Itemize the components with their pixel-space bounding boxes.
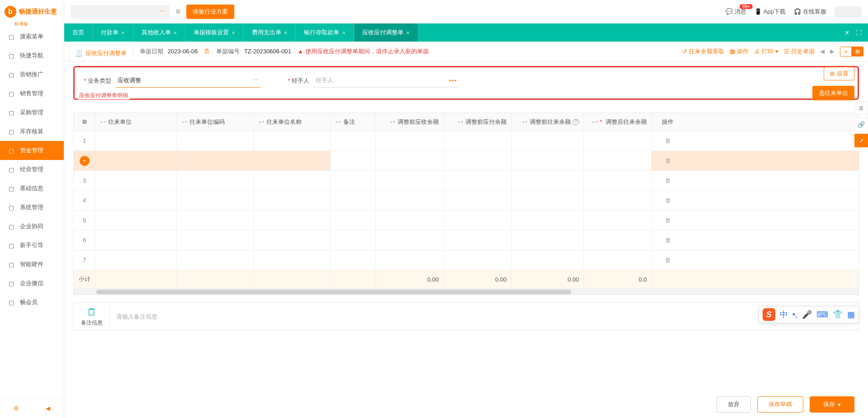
expand-float-button[interactable]: ⤢ (854, 134, 868, 147)
discard-button[interactable]: 放弃 (716, 396, 751, 413)
calendar-icon[interactable]: 🗓 (204, 48, 210, 55)
save-button[interactable]: 保存 ▾ (810, 396, 854, 413)
cart-icon: ▢ (7, 108, 15, 117)
ime-widget[interactable]: S 中 •, 🎤 ⌨ 👕 ▦ (759, 306, 859, 323)
view-list-button[interactable]: ≡ (840, 47, 852, 56)
grid-icon: ▦ (730, 48, 735, 55)
tab-5[interactable]: 银行存取款单× (296, 23, 354, 42)
remark-input[interactable]: 请输入备注信息 (110, 313, 859, 321)
table-row[interactable]: 5🗑 (74, 211, 859, 230)
prev-icon[interactable]: ◀ (820, 48, 825, 55)
operate-button[interactable]: ▦ 操作 (730, 47, 749, 56)
tab-1[interactable]: 付款单× (93, 23, 133, 42)
close-icon[interactable]: × (232, 29, 235, 36)
help-icon[interactable]: ? (573, 119, 579, 125)
sidebar-item-8[interactable]: ▢基础信息 (0, 179, 64, 198)
table-row[interactable]: +🗑 (74, 151, 859, 171)
next-icon[interactable]: ▶ (830, 48, 835, 55)
table-row[interactable]: 1🗑 (74, 131, 859, 151)
history-button[interactable]: ☰ 历史单据 (784, 47, 815, 56)
sidebar-item-11[interactable]: ▢新手引导 (0, 236, 64, 255)
close-icon[interactable]: × (342, 29, 346, 36)
delete-row-icon[interactable]: 🗑 (665, 197, 671, 204)
more-icon: ••• (449, 77, 457, 84)
tab-6[interactable]: 应收应付调整单× (354, 23, 418, 42)
horizontal-scrollbar[interactable] (74, 288, 859, 295)
ime-keyboard-icon[interactable]: ⌨ (816, 310, 828, 319)
add-row-button[interactable]: + (80, 156, 90, 166)
ime-mic-icon[interactable]: 🎤 (802, 310, 812, 319)
tab-2[interactable]: 其他收入单× (133, 23, 186, 42)
wallet-icon: ▢ (7, 146, 15, 155)
guide-icon: ▢ (7, 241, 15, 249)
settings-button[interactable]: ⚙ 设置 (824, 67, 854, 80)
expand-icon[interactable]: ⛶ (856, 29, 862, 36)
sidebar-item-6[interactable]: ▢资金管理 (0, 141, 64, 160)
sidebar-item-12[interactable]: ▢智能硬件 (0, 255, 64, 274)
sidebar-item-10[interactable]: ▢企业协同 (0, 217, 64, 236)
delete-row-icon[interactable]: 🗑 (665, 157, 671, 164)
biz-type-select[interactable]: 应收调整 ﹀ (116, 74, 261, 88)
settings-icon[interactable]: ⚙ (14, 405, 19, 412)
print-button[interactable]: 🖨 打印 ▾ (754, 47, 778, 56)
ime-skin-icon[interactable]: 👕 (833, 310, 843, 319)
trial-button[interactable]: 体验行业方案 (186, 5, 234, 19)
messages-button[interactable]: 💬 消息 99+ (726, 8, 746, 16)
app-download-button[interactable]: 📱 App下载 (754, 8, 786, 16)
gift-icon: ▢ (7, 70, 15, 79)
recalc-balance-button[interactable]: ↺ 往来余额重取 (682, 47, 724, 56)
sidebar-item-4[interactable]: ▢采购管理 (0, 103, 64, 122)
tab-3[interactable]: 单据模板设置× (185, 23, 244, 42)
doc-icon: ▢ (7, 165, 15, 174)
sidebar-item-2[interactable]: ▢营销推广 (0, 65, 64, 84)
avatar[interactable] (835, 6, 862, 17)
hw-icon: ▢ (7, 260, 15, 268)
note-float-button[interactable]: 🗏 (854, 101, 868, 115)
brand-edition: 标准版 (14, 21, 64, 27)
sidebar-item-3[interactable]: ▢销售管理 (0, 84, 64, 103)
chevron-down-icon: ▾ (775, 48, 778, 55)
delete-row-icon[interactable]: 🗑 (665, 137, 671, 144)
sidebar-item-9[interactable]: ▢系统管理 (0, 198, 64, 217)
close-icon[interactable]: × (406, 29, 410, 36)
table-config-button[interactable]: ⚙ (74, 113, 95, 131)
delete-row-icon[interactable]: 🗑 (665, 237, 671, 244)
delete-row-icon[interactable]: 🗑 (665, 217, 671, 224)
company-selector[interactable]: ﹀ (71, 5, 170, 19)
handler-input[interactable]: 经手人 ••• (314, 74, 459, 88)
support-button[interactable]: 🎧 在线客服 (794, 8, 826, 16)
select-unit-button[interactable]: 选往来单位 (812, 86, 854, 100)
close-icon[interactable]: × (174, 29, 177, 36)
table-row[interactable]: 7🗑 (74, 250, 859, 270)
doc-warning: ▲ 使用应收应付调整单期间，请停止录入新的单据 (298, 47, 429, 56)
close-all-icon[interactable]: ✕ (844, 29, 849, 36)
attach-float-button[interactable]: 🔗 (854, 117, 868, 131)
view-card-button[interactable]: ▤ (852, 47, 863, 56)
detail-section-label: 应收应付调整单明细 (77, 92, 130, 99)
doc-date: 单据日期 2023-06-06 (140, 47, 198, 56)
bag-icon: ▢ (7, 89, 15, 98)
delete-row-icon[interactable]: 🗑 (665, 257, 671, 263)
close-icon[interactable]: × (121, 29, 125, 36)
sidebar-item-14[interactable]: ▢畅会员 (0, 293, 64, 312)
ime-punct-icon[interactable]: •, (792, 310, 797, 319)
note-icon: 🗒 (87, 306, 97, 318)
gear-icon[interactable]: ⚙ (175, 8, 181, 15)
sidebar-item-7[interactable]: ▢经营管理 (0, 160, 64, 179)
table-row[interactable]: 3🗑 (74, 171, 859, 191)
save-draft-button[interactable]: 保存草稿 (757, 396, 803, 413)
sidebar-item-5[interactable]: ▢库存核算 (0, 122, 64, 141)
collapse-icon[interactable]: ◀ (46, 405, 50, 412)
sidebar-item-13[interactable]: ▢企业微信 (0, 274, 64, 293)
sidebar-item-0[interactable]: ▢搜索菜单 (0, 27, 64, 46)
ime-toolbox-icon[interactable]: ▦ (847, 310, 855, 319)
chevron-down-icon: ﹀ (253, 76, 259, 85)
delete-row-icon[interactable]: 🗑 (665, 177, 671, 184)
close-icon[interactable]: × (284, 29, 288, 36)
table-row[interactable]: 4🗑 (74, 191, 859, 211)
tab-0[interactable]: 首页 (64, 23, 93, 42)
table-row[interactable]: 6🗑 (74, 230, 859, 250)
ime-lang-icon[interactable]: 中 (780, 309, 788, 320)
tab-4[interactable]: 费用支出单× (244, 23, 296, 42)
sidebar-item-1[interactable]: ▢快捷导航 (0, 46, 64, 65)
